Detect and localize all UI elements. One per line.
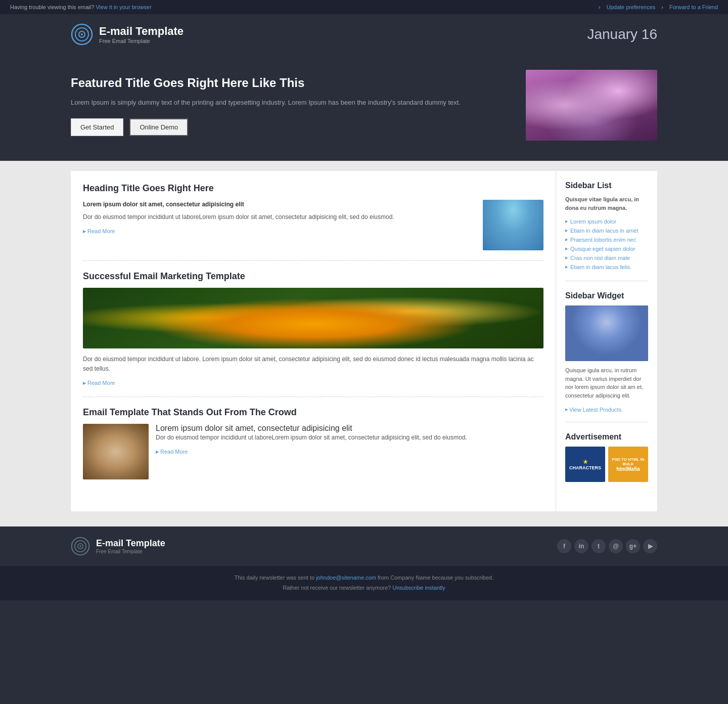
main-column: Heading Title Goes Right Here Lorem ipsu… — [71, 171, 556, 511]
email-icon[interactable]: @ — [609, 539, 623, 553]
article-1-image — [483, 200, 543, 250]
hero-section: Featured Title Goes Right Here Like This… — [0, 55, 728, 161]
sidebar-list-item[interactable]: Praesent lobortis enim nec — [565, 235, 648, 244]
view-products-link[interactable]: View Latest Products — [565, 407, 621, 413]
sidebar-list-item[interactable]: Etiam in diam lacus felis. — [565, 262, 648, 272]
sidebar-list: Lorem ipsum dolor Etiam in diam lacus in… — [565, 217, 648, 272]
header-date: January 16 — [587, 26, 657, 42]
logo-icon — [71, 23, 93, 46]
bottom-text3: Rather not receive our newsletter anymor… — [283, 585, 391, 591]
article-1-bold: Lorem ipsum dolor sit amet, consectetur … — [83, 200, 475, 209]
logo-sub: Free Email Template — [99, 38, 184, 44]
footer-logo-icon — [71, 537, 90, 556]
social-icons: f in t @ g+ ▶ — [557, 539, 657, 553]
ad-html[interactable]: PSD TO HTML IN BULK htmlMafia — [608, 447, 648, 482]
view-browser-link[interactable]: View it in your browser — [96, 4, 151, 10]
logo-name: E-mail Template — [99, 25, 184, 38]
sidebar-list-section: Sidebar List Quisque vitae ligula arcu, … — [565, 181, 648, 281]
article-3-read-more[interactable]: Read More — [156, 449, 188, 455]
article-1-text: Lorem ipsum dolor sit amet, consectetur … — [83, 200, 475, 235]
ad-vector-text: CHARACTERS — [569, 465, 601, 470]
main-wrapper: Heading Title Goes Right Here Lorem ipsu… — [0, 161, 728, 526]
article-2-title: Successful Email Marketing Template — [83, 271, 543, 282]
bottom-email[interactable]: johndoe@sitename.com — [316, 575, 376, 581]
update-prefs-link[interactable]: Update preferences — [607, 4, 656, 10]
hero-buttons: Get Started Online Demo — [71, 118, 506, 136]
hero-image — [526, 70, 657, 141]
article-3-title: Email Template That Stands Out From The … — [83, 407, 543, 418]
sidebar-list-item[interactable]: Etiam in diam lacus in amet — [565, 226, 648, 235]
ad-row: ★ CHARACTERS PSD TO HTML IN BULK htmlMaf… — [565, 447, 648, 482]
bottom-text2: from Company Name because you subscribed… — [378, 575, 493, 581]
online-demo-button[interactable]: Online Demo — [129, 118, 188, 136]
shell-image — [83, 424, 149, 479]
article-1-body: Dor do eiusmod tempor incididunt ut labo… — [83, 212, 475, 222]
footer: E-mail Template Free Email Template f in… — [0, 526, 728, 566]
article-2-body: Dor do eiusmod tempor incididunt ut labo… — [83, 355, 543, 374]
sidebar-ad-title: Advertisement — [565, 432, 648, 442]
ad-vector[interactable]: ★ CHARACTERS — [565, 447, 605, 482]
trouble-text: Having trouble viewing this email? — [10, 4, 94, 10]
youtube-icon[interactable]: ▶ — [643, 539, 657, 553]
googleplus-icon[interactable]: g+ — [626, 539, 640, 553]
footer-logo-name: E-mail Template — [96, 538, 165, 549]
article-3-bold: Lorem ipsum dolor sit amet, consectetur … — [156, 424, 543, 433]
get-started-button[interactable]: Get Started — [71, 118, 123, 136]
unsubscribe-link[interactable]: Unsubscribe instantly — [392, 585, 445, 591]
hero-body: Lorem Ipsum is simply dummy text of the … — [71, 98, 506, 108]
article-3-text: Lorem ipsum dolor sit amet, consectetur … — [156, 424, 543, 455]
footer-logo-text: E-mail Template Free Email Template — [96, 538, 165, 554]
logo-text: E-mail Template Free Email Template — [99, 25, 184, 44]
sidebar: Sidebar List Quisque vitae ligula arcu, … — [556, 171, 657, 511]
ad-html-line1: PSD TO HTML IN BULK — [608, 457, 648, 466]
sidebar-widget-text: Quisque igula arcu, in rutrum magna. Ut … — [565, 366, 648, 400]
footer-logo-sub: Free Email Template — [96, 549, 165, 554]
logo-area: E-mail Template Free Email Template — [71, 23, 184, 46]
sidebar-widget-title: Sidebar Widget — [565, 291, 648, 300]
iris-image — [565, 305, 648, 361]
linkedin-icon[interactable]: in — [574, 539, 588, 553]
flower-image — [83, 288, 543, 348]
svg-point-3 — [81, 33, 83, 35]
sidebar-list-desc: Quisque vitae ligula arcu, in dona eu ru… — [565, 195, 648, 212]
article-1: Heading Title Goes Right Here Lorem ipsu… — [83, 183, 543, 261]
sidebar-ad-section: Advertisement ★ CHARACTERS PSD TO HTML I… — [565, 432, 648, 491]
sidebar-list-title: Sidebar List — [565, 181, 648, 190]
article-2: Successful Email Marketing Template Dor … — [83, 271, 543, 397]
article-3: Email Template That Stands Out From The … — [83, 407, 543, 490]
sidebar-list-item[interactable]: Cras non nisl diam male — [565, 253, 648, 262]
bird-image — [483, 200, 543, 250]
hero-image-flowers — [526, 70, 657, 141]
sidebar-widget-section: Sidebar Widget Quisque igula arcu, in ru… — [565, 291, 648, 422]
content-container: Heading Title Goes Right Here Lorem ipsu… — [71, 171, 657, 511]
article-3-row: Lorem ipsum dolor sit amet, consectetur … — [83, 424, 543, 479]
article-1-read-more[interactable]: Read More — [83, 228, 115, 234]
sidebar-list-item[interactable]: Lorem ipsum dolor — [565, 217, 648, 226]
header: E-mail Template Free Email Template Janu… — [0, 14, 728, 55]
sidebar-list-item[interactable]: Quisque eget sapien dolor — [565, 244, 648, 253]
article-3-body: Dor do eiusmod tempor incididunt ut labo… — [156, 433, 543, 443]
facebook-icon[interactable]: f — [557, 539, 571, 553]
article-1-title: Heading Title Goes Right Here — [83, 183, 543, 194]
article-2-read-more[interactable]: Read More — [83, 380, 115, 386]
footer-logo-area: E-mail Template Free Email Template — [71, 537, 165, 556]
top-bar-right: › Update preferences › Forward to a Frie… — [599, 4, 718, 10]
sidebar-widget-image — [565, 305, 648, 361]
forward-friend-link[interactable]: Forward to a Friend — [669, 4, 718, 10]
top-bar-left: Having trouble viewing this email? View … — [10, 4, 152, 10]
hero-title: Featured Title Goes Right Here Like This — [71, 75, 506, 91]
top-bar: Having trouble viewing this email? View … — [0, 0, 728, 14]
bottom-bar: This daily newsletter was sent to johndo… — [0, 566, 728, 600]
article-2-image — [83, 288, 543, 348]
twitter-icon[interactable]: t — [592, 539, 606, 553]
svg-point-7 — [79, 545, 81, 547]
bottom-text: This daily newsletter was sent to — [235, 575, 314, 581]
hero-content: Featured Title Goes Right Here Like This… — [71, 70, 506, 136]
article-1-row: Lorem ipsum dolor sit amet, consectetur … — [83, 200, 543, 250]
ad-html-line2: htmlMafia — [616, 466, 640, 472]
